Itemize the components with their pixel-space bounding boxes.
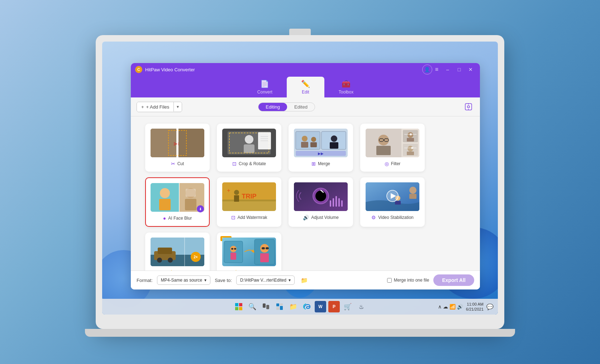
svg-rect-21 (244, 144, 254, 153)
svg-point-10 (467, 106, 470, 108)
speed-thumbnail: 2× (151, 238, 204, 266)
add-files-main: + + Add Files (137, 102, 173, 112)
svg-rect-103 (234, 248, 236, 250)
cut-thumbnail: ✂ (151, 129, 204, 157)
svg-point-67 (234, 190, 239, 195)
filter-thumbnail (366, 129, 419, 157)
store-button[interactable]: 🛒 (342, 301, 353, 312)
taskbar: 🔍 � (102, 299, 498, 315)
tool-watermark[interactable]: TRIP + ⊡ Add Watermrak (217, 177, 281, 227)
tab-convert[interactable]: 📄 Convert (243, 77, 287, 97)
menu-icon[interactable]: ≡ (435, 66, 438, 73)
edge-button[interactable] (301, 301, 313, 312)
export-all-button[interactable]: Export All (433, 274, 474, 286)
merge-checkbox-label[interactable]: Merge into one file (387, 278, 429, 283)
folder-browse-button[interactable]: 📁 (299, 275, 310, 286)
tool-cut[interactable]: ✂ ✂ Cut (145, 124, 210, 172)
svg-rect-101 (230, 253, 236, 260)
notification-icon[interactable]: 💬 (486, 303, 494, 310)
add-files-label: + Add Files (146, 104, 170, 110)
filter-text: Filter (391, 161, 401, 166)
svg-point-87 (409, 187, 416, 194)
merge-icon: ⊞ (311, 161, 316, 167)
tool-crop[interactable]: ⊡ Crop & Rotate (217, 124, 281, 172)
powerpoint-button[interactable]: P (328, 301, 340, 312)
nav-tabs: 📄 Convert ✏️ Edit 🧰 Toolbox (131, 76, 480, 97)
tool-filter[interactable]: ◎ Filter (360, 124, 425, 172)
svg-rect-64 (222, 200, 276, 211)
file-explorer-button[interactable]: 📁 (287, 301, 299, 312)
svg-rect-118 (276, 307, 279, 310)
speed-text: Speed (175, 270, 188, 270)
close-button[interactable]: ✕ (466, 64, 476, 75)
watermark-label: ⊡ Add Watermrak (231, 215, 267, 220)
svg-rect-119 (280, 306, 283, 310)
svg-rect-114 (263, 303, 266, 308)
svg-rect-84 (395, 201, 401, 205)
tray-cloud[interactable]: ☁ (443, 304, 448, 310)
word-button[interactable]: W (315, 301, 326, 312)
merge-text: Merge (318, 161, 330, 166)
editing-toggle: Editing Edited (258, 102, 315, 111)
tool-volume[interactable]: 🔊 Adjust Volume (289, 177, 353, 227)
svg-rect-108 (262, 247, 265, 249)
edit-label: Edit (302, 90, 309, 95)
laptop-frame: C HitPaw Video Converter 👤 ≡ – □ ✕ 📄 (96, 35, 504, 329)
tool-speed[interactable]: 2× ⚡ Speed (145, 233, 210, 270)
svg-rect-50 (407, 152, 414, 155)
svg-rect-47 (407, 138, 414, 142)
tray-wifi[interactable]: 📶 (449, 304, 456, 310)
svg-rect-107 (260, 253, 269, 262)
cut-text: Cut (177, 161, 184, 166)
user-icon[interactable]: 👤 (422, 64, 432, 75)
start-button[interactable] (233, 301, 244, 312)
merge-checkbox[interactable] (387, 278, 392, 283)
clock[interactable]: 11:00 AM 6/21/2021 (466, 302, 484, 312)
svg-rect-109 (266, 247, 269, 249)
widgets-button[interactable] (274, 301, 285, 312)
svg-point-52 (410, 133, 412, 135)
volume-icon: 🔊 (303, 215, 309, 220)
svg-point-54 (411, 147, 413, 149)
faceblur-icon: ● (163, 215, 166, 221)
svg-rect-31 (301, 142, 308, 148)
format-select[interactable]: MP4-Same as source ▾ (157, 276, 210, 285)
desktop: C HitPaw Video Converter 👤 ≡ – □ ✕ 📄 (102, 42, 498, 315)
ai-settings-icon[interactable] (463, 101, 474, 112)
edited-tab[interactable]: Edited (287, 103, 315, 111)
tools-grid: ✂ ✂ Cut (131, 116, 480, 270)
laptop-notch (289, 29, 311, 35)
steam-button[interactable]: ♨ (356, 301, 367, 312)
editing-tab[interactable]: Editing (258, 103, 287, 111)
tool-faceblur[interactable]: ⬇ ● AI Face Blur (145, 177, 210, 227)
svg-point-74 (315, 191, 326, 201)
toolbar: + + Add Files ▾ Editing Edited (131, 97, 480, 116)
tab-toolbox[interactable]: 🧰 Toolbox (324, 77, 368, 97)
tool-reframe[interactable]: NEW (217, 233, 281, 270)
tray-volume[interactable]: 🔊 (457, 304, 463, 310)
svg-rect-117 (280, 303, 283, 305)
task-view-button[interactable] (260, 301, 272, 312)
add-files-button[interactable]: + + Add Files ▾ (137, 102, 182, 112)
watermark-thumbnail: TRIP + (222, 182, 276, 211)
tool-merge[interactable]: ▶▶ ⊞ Merge (289, 124, 353, 172)
tab-edit[interactable]: ✏️ Edit (287, 77, 324, 97)
search-taskbar-button[interactable]: 🔍 (247, 301, 258, 312)
volume-label: 🔊 Adjust Volume (303, 215, 339, 220)
maximize-button[interactable]: □ (454, 64, 464, 75)
taskbar-center: 🔍 � (233, 301, 367, 312)
svg-rect-61 (186, 189, 196, 197)
save-path[interactable]: D:\HitPaw V...rter\Edited ▾ (236, 276, 295, 285)
save-path-dropdown-icon: ▾ (289, 278, 291, 283)
minimize-button[interactable]: – (443, 64, 453, 75)
cut-label: ✂ Cut (171, 161, 184, 167)
tool-stabilize[interactable]: ⚙ Video Stabilization (360, 177, 425, 227)
watermark-icon: ⊡ (231, 215, 235, 220)
add-files-dropdown-arrow[interactable]: ▾ (173, 102, 182, 111)
edit-icon: ✏️ (301, 80, 310, 88)
tray-arrow[interactable]: ∧ (438, 304, 442, 310)
svg-text:✂: ✂ (173, 140, 180, 148)
title-bar: C HitPaw Video Converter 👤 ≡ – □ ✕ (131, 63, 480, 76)
watermark-text: Add Watermrak (238, 215, 267, 220)
time-display: 11:00 AM (466, 302, 484, 307)
